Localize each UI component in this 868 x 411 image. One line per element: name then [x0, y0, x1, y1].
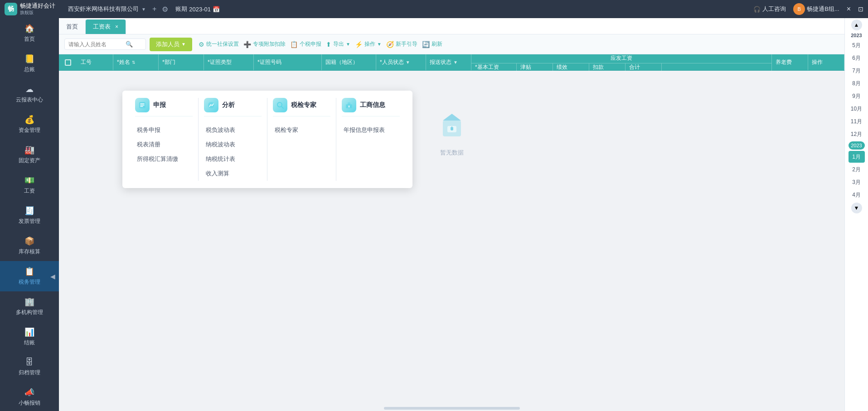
ledger-icon: 📒: [24, 54, 34, 64]
sidebar-item-archive[interactable]: 🗄 归档管理: [0, 352, 59, 382]
user-menu[interactable]: B 畅捷通B组...: [793, 3, 839, 15]
dropdown-header-gongshang: 工商信息: [342, 98, 400, 116]
period-label: 账期: [175, 5, 187, 13]
newbie-guide-btn[interactable]: 🧭 新手引导: [386, 40, 417, 48]
sidebar-label-cloud: 云报表中心: [16, 96, 43, 104]
export-btn[interactable]: ⬆ 导出 ▼: [326, 40, 350, 48]
th-deduction: 扣款: [589, 63, 626, 71]
period-value: 2023-01: [189, 6, 211, 13]
sidebar-item-invoice[interactable]: 🧾 发票管理: [0, 200, 59, 231]
menu-item-income-forecast[interactable]: 收入测算: [204, 166, 262, 181]
month-12[interactable]: 12月: [849, 128, 865, 140]
export-dropdown-icon: ▼: [346, 42, 350, 47]
month-8[interactable]: 8月: [849, 77, 865, 89]
sidebar-item-home[interactable]: 🏠 首页: [0, 18, 59, 48]
menu-item-tax-declare[interactable]: 税务申报: [135, 123, 193, 137]
year-prev-arrow[interactable]: ▲: [851, 19, 862, 30]
operations-btn[interactable]: ⚡ 操作 ▼: [355, 40, 382, 48]
th-action: 操作: [808, 54, 844, 70]
select-all-checkbox[interactable]: [65, 59, 71, 66]
sidebar-item-payroll[interactable]: 💵 工资: [0, 170, 59, 200]
company-dropdown-icon: ▼: [141, 7, 146, 12]
payroll-icon: 💵: [24, 175, 34, 185]
period-selector[interactable]: 账期 2023-01 📅: [175, 5, 220, 13]
add-person-label: 添加人员: [156, 40, 179, 48]
marketing-icon: 📣: [24, 387, 34, 397]
toolbar: 🔍 添加人员 ▼ ⚙ 统一社保设置 ➕ 专项附加扣除 📋 个税申报: [59, 34, 844, 54]
tax-return-btn[interactable]: 📋 个税申报: [290, 40, 321, 48]
month-5[interactable]: 5月: [849, 39, 865, 51]
month-9[interactable]: 9月: [849, 90, 865, 102]
dropdown-col-shenbo: 申报 税务申报 税表清册 所得税汇算清缴: [130, 98, 199, 181]
horizontal-scrollbar[interactable]: [59, 406, 844, 411]
window-restore-button[interactable]: ⊡: [858, 5, 863, 13]
month-11[interactable]: 11月: [849, 116, 865, 127]
sidebar-item-cloud[interactable]: ☁ 云报表中心: [0, 79, 59, 109]
month-6[interactable]: 6月: [849, 52, 865, 64]
report-filter-icon[interactable]: ▼: [453, 60, 458, 65]
th-report-status[interactable]: 报送状态 ▼: [426, 54, 471, 70]
search-icon[interactable]: 🔍: [126, 41, 133, 48]
sidebar-item-multi[interactable]: 🏢 多机构管理: [0, 291, 59, 322]
sidebar-item-tax[interactable]: 📋 税务管理 ◀: [0, 261, 59, 291]
social-security-btn[interactable]: ⚙ 统一社保设置: [199, 40, 239, 48]
refresh-btn[interactable]: 🔄 刷新: [422, 40, 442, 48]
svg-rect-11: [348, 102, 350, 105]
menu-item-tax-table[interactable]: 税表清册: [135, 137, 193, 152]
th-status[interactable]: *人员状态 ▼: [376, 54, 426, 70]
fenxi-header-icon: [204, 98, 218, 112]
settings-icon[interactable]: ⚙: [162, 5, 168, 14]
dropdown-header-taxjian: 税检专家: [273, 98, 330, 116]
sidebar-label-tax: 税务管理: [19, 278, 40, 286]
tab-payroll-label: 工资表: [93, 23, 111, 31]
sidebar-item-settle[interactable]: 📊 结账: [0, 322, 59, 352]
calendar-icon[interactable]: 📅: [213, 6, 220, 13]
menu-item-tax-stat[interactable]: 纳税统计表: [204, 152, 262, 166]
tab-home[interactable]: 首页: [59, 19, 86, 34]
menu-item-annual-report[interactable]: 年报信息申报表: [342, 123, 400, 137]
newbie-guide-icon: 🧭: [386, 41, 394, 48]
taxjian-header-icon: [273, 98, 287, 112]
tab-home-label: 首页: [66, 23, 78, 31]
social-security-icon: ⚙: [199, 41, 204, 48]
menu-item-income-tax[interactable]: 所得税汇算清缴: [135, 152, 193, 166]
support-button[interactable]: 🎧 人工咨询: [753, 5, 786, 13]
month-2[interactable]: 2月: [849, 164, 865, 175]
sidebar-item-asset[interactable]: 🏭 固定资产: [0, 140, 59, 170]
app-logo: 畅 畅捷通好会计 旗舰版: [5, 2, 63, 16]
add-person-button[interactable]: 添加人员 ▼: [150, 38, 192, 51]
shenbo-header-icon: [135, 98, 150, 112]
th-nation: 国籍（地区）: [322, 54, 376, 70]
special-deduction-btn[interactable]: ➕ 专项附加扣除: [243, 40, 286, 48]
month-7[interactable]: 7月: [849, 65, 865, 77]
sidebar-label-asset: 固定资产: [19, 157, 40, 164]
sidebar-item-inventory[interactable]: 📦 库存核算: [0, 231, 59, 261]
search-input[interactable]: [68, 41, 123, 48]
company-selector[interactable]: 西安虾米网络科技有限公司 ▼ + ⚙: [68, 5, 168, 14]
add-company-button[interactable]: +: [152, 5, 156, 13]
tab-close-icon[interactable]: ×: [115, 24, 118, 30]
multi-icon: 🏢: [24, 297, 34, 307]
fund-icon: 💰: [24, 115, 34, 125]
newbie-guide-label: 新手引导: [396, 40, 417, 48]
month-1[interactable]: 1月: [849, 151, 865, 163]
scrollbar-track[interactable]: [384, 407, 520, 410]
th-checkbox[interactable]: [59, 59, 77, 66]
sidebar-item-fund[interactable]: 💰 资金管理: [0, 109, 59, 140]
month-4[interactable]: 4月: [849, 189, 865, 201]
window-close-button[interactable]: ×: [847, 5, 851, 13]
sidebar-collapse-icon[interactable]: ◀: [50, 273, 55, 280]
tab-payroll-table[interactable]: 工资表 ×: [86, 19, 126, 34]
status-filter-icon[interactable]: ▼: [406, 60, 410, 65]
month-10[interactable]: 10月: [849, 103, 865, 115]
th-total: 合计: [626, 63, 662, 71]
sidebar-label-invoice: 发票管理: [19, 218, 40, 225]
menu-item-tax-burden[interactable]: 税负波动表: [204, 123, 262, 137]
menu-item-tax-dynamic[interactable]: 纳税波动表: [204, 137, 262, 152]
month-3[interactable]: 3月: [849, 176, 865, 188]
menu-item-tax-expert[interactable]: 税检专家: [273, 123, 330, 137]
year-next-arrow[interactable]: ▼: [851, 203, 862, 213]
sidebar-item-marketing[interactable]: 📣 小畅报销: [0, 382, 59, 411]
th-name[interactable]: *姓名 ⇅: [113, 54, 159, 70]
sidebar-item-ledger[interactable]: 📒 总账: [0, 48, 59, 79]
